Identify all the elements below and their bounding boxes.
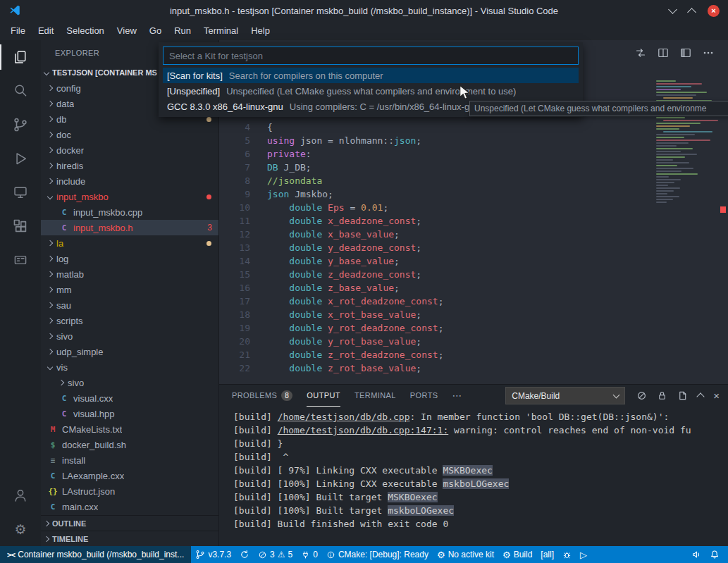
tree-folder-sivo[interactable]: sivo — [41, 375, 218, 390]
overview-ruler[interactable] — [718, 40, 728, 384]
line-number[interactable]: 5 — [219, 134, 267, 147]
line-number[interactable]: 8 — [219, 174, 267, 187]
line-number[interactable]: 6 — [219, 147, 267, 161]
menu-help[interactable]: Help — [245, 21, 276, 40]
line-number[interactable]: 4 — [219, 120, 267, 134]
maximize-button[interactable] — [687, 8, 696, 17]
open-changes-icon[interactable] — [635, 47, 646, 58]
code-line[interactable]: 10 double Eps = 0.01; — [219, 201, 643, 214]
line-number[interactable]: 20 — [219, 335, 267, 348]
code-line[interactable]: 19 double y_rot_deadzone_const; — [219, 321, 643, 335]
tree-folder-sivo[interactable]: sivo — [41, 328, 218, 344]
panel-tab-ports[interactable]: PORTS — [410, 385, 438, 407]
tree-folder-scripts[interactable]: scripts — [41, 313, 218, 328]
line-number[interactable]: 17 — [219, 295, 267, 308]
remote-indicator[interactable]: >< Container mskbo_build (/mskbo_build_i… — [0, 546, 191, 563]
tree-file-LAexample.cxx[interactable]: CLAexample.cxx — [41, 468, 218, 483]
code-line[interactable]: 11 double x_deadzone_const; — [219, 214, 643, 228]
tree-folder-log[interactable]: log — [41, 251, 218, 266]
line-number[interactable]: 9 — [219, 187, 267, 201]
quick-pick-item[interactable]: [Scan for kits]Search for compilers on t… — [163, 68, 579, 83]
code-line[interactable]: 16 double z_base_value; — [219, 281, 643, 295]
code-line[interactable]: 7DB J_DB; — [219, 161, 643, 174]
account-button[interactable] — [0, 478, 41, 512]
code-line[interactable]: 21 double z_rot_deadzone_const; — [219, 348, 643, 361]
line-number[interactable]: 16 — [219, 281, 267, 295]
debug-button[interactable] — [558, 546, 576, 563]
kit-select-input[interactable] — [163, 47, 579, 65]
output-channel-select[interactable]: CMake/Build — [505, 387, 625, 404]
tree-folder-mm[interactable]: mm — [41, 282, 218, 297]
tree-folder-la[interactable]: la — [41, 235, 218, 251]
tree-file-main.cxx[interactable]: Cmain.cxx — [41, 499, 218, 514]
code-line[interactable]: 6private: — [219, 147, 643, 161]
timeline-section-header[interactable]: TIMELINE — [41, 531, 218, 546]
git-branch-status[interactable]: v3.7.3 — [191, 546, 235, 563]
activity-extensions[interactable] — [0, 209, 41, 243]
line-number[interactable]: 12 — [219, 228, 267, 241]
activity-run-debug[interactable] — [0, 142, 41, 175]
activity-search[interactable] — [0, 74, 41, 108]
tree-file-input_mskbo.h[interactable]: Cinput_mskbo.h3 — [41, 220, 218, 235]
line-number[interactable]: 15 — [219, 268, 267, 281]
menu-selection[interactable]: Selection — [60, 21, 110, 40]
minimize-button[interactable] — [668, 5, 677, 14]
notifications-button[interactable] — [705, 546, 728, 563]
panel-more-tabs[interactable]: ⋯ — [452, 385, 462, 407]
more-actions-icon[interactable] — [703, 47, 714, 58]
activity-source-control[interactable] — [0, 108, 41, 142]
panel-tab-problems[interactable]: PROBLEMS8 — [232, 385, 292, 407]
code-line[interactable]: 18 double x_rot_base_value; — [219, 308, 643, 321]
menu-edit[interactable]: Edit — [32, 21, 60, 40]
clear-output-icon[interactable] — [636, 390, 647, 401]
settings-button[interactable]: ⚙ — [0, 512, 41, 546]
code-line[interactable]: 22 double z_rot_base_value; — [219, 361, 643, 375]
line-number[interactable]: 14 — [219, 254, 267, 268]
tree-file-LAstruct.json[interactable]: {}LAstruct.json — [41, 483, 218, 499]
close-panel-icon[interactable]: × — [713, 390, 720, 401]
tree-folder-matlab[interactable]: matlab — [41, 266, 218, 282]
code-line[interactable]: 13 double y_deadzone_const; — [219, 241, 643, 254]
split-editor-icon[interactable] — [658, 47, 669, 58]
ports-status[interactable]: 0 — [297, 546, 322, 563]
line-number[interactable]: 18 — [219, 308, 267, 321]
line-number[interactable]: 22 — [219, 361, 267, 375]
panel-tab-output[interactable]: OUTPUT — [307, 385, 340, 407]
code-line[interactable]: 12 double x_base_value; — [219, 228, 643, 241]
maximize-panel-icon[interactable] — [697, 392, 705, 400]
activity-remote-explorer[interactable] — [0, 175, 41, 209]
open-log-file-icon[interactable] — [677, 390, 688, 401]
active-kit-status[interactable]: ⚙ No active kit — [433, 546, 498, 563]
menu-view[interactable]: View — [111, 21, 143, 40]
cmake-build-button[interactable]: ⚙ Build — [498, 546, 536, 563]
outline-section-header[interactable]: OUTLINE — [41, 515, 218, 531]
code-line[interactable]: 5using json = nlohmann::json; — [219, 134, 643, 147]
line-number[interactable]: 21 — [219, 348, 267, 361]
output-file-link[interactable]: /home/testjson/db/db.cpp:147:1: — [278, 425, 449, 435]
tree-folder-input_mskbo[interactable]: input_mskbo — [41, 189, 218, 204]
auto-scroll-lock-icon[interactable] — [657, 390, 667, 401]
line-number[interactable]: 13 — [219, 241, 267, 254]
tree-folder-doc[interactable]: doc — [41, 127, 218, 142]
minimap[interactable] — [653, 79, 717, 203]
menu-file[interactable]: File — [4, 21, 32, 40]
code-line[interactable]: 20 double y_rot_base_value; — [219, 335, 643, 348]
menu-run[interactable]: Run — [168, 21, 197, 40]
tree-folder-include[interactable]: include — [41, 173, 218, 189]
panel-tab-terminal[interactable]: TERMINAL — [354, 385, 396, 407]
tree-folder-hiredis[interactable]: hiredis — [41, 158, 218, 173]
sync-status[interactable] — [235, 546, 254, 563]
tree-folder-udp_simple[interactable]: udp_simple — [41, 344, 218, 359]
announcement-button[interactable] — [687, 546, 705, 563]
activity-remote-containers[interactable] — [0, 243, 41, 277]
code-line[interactable]: 14 double y_base_value; — [219, 254, 643, 268]
problems-status[interactable]: 3 ⚠ 5 — [254, 546, 297, 563]
tree-file-input_mskbo.cpp[interactable]: Cinput_mskbo.cpp — [41, 204, 218, 220]
tree-file-CMakeLists.txt[interactable]: MCMakeLists.txt — [41, 421, 218, 437]
tree-file-docker_build.sh[interactable]: $docker_build.sh — [41, 437, 218, 452]
close-button[interactable]: × — [708, 5, 720, 17]
tree-folder-docker[interactable]: docker — [41, 142, 218, 158]
launch-button[interactable]: ▷ — [576, 546, 591, 563]
quick-pick-item[interactable]: [Unspecified]Unspecified (Let CMake gues… — [163, 83, 579, 99]
code-line[interactable]: 15 double z_deadzone_const; — [219, 268, 643, 281]
